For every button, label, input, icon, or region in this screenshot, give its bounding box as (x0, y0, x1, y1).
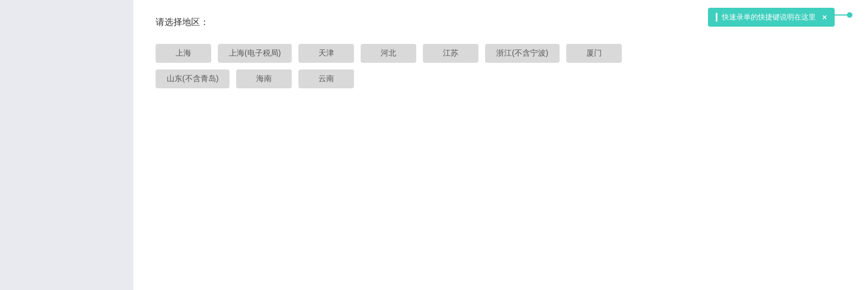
region-btn-hebei[interactable]: 河北 (361, 44, 416, 63)
region-btn-hainan[interactable]: 海南 (236, 69, 292, 88)
tooltip-close-button[interactable]: × (822, 13, 827, 22)
region-btn-shandong[interactable]: 山东(不含青岛) (156, 69, 230, 88)
region-btn-yunnan[interactable]: 云南 (298, 69, 354, 88)
region-btn-shanghai[interactable]: 上海 (156, 44, 211, 63)
connector-dot (847, 12, 852, 18)
sidebar (0, 0, 133, 290)
region-btn-jiangsu[interactable]: 江苏 (423, 44, 478, 63)
region-btn-xiamen[interactable]: 厦门 (566, 44, 622, 63)
region-buttons-row-2: 山东(不含青岛)海南云南 (156, 69, 846, 88)
region-btn-shanghai-etax[interactable]: 上海(电子税局) (218, 44, 292, 63)
tooltip-text: 快速录单的快捷键说明在这里 (722, 12, 816, 22)
region-btn-tianjin[interactable]: 天津 (298, 44, 354, 63)
main-content: 请选择地区： 上海上海(电子税局)天津河北江苏浙江(不含宁波)厦门 山东(不含青… (133, 0, 868, 290)
region-btn-zhejiang[interactable]: 浙江(不含宁波) (485, 44, 559, 63)
bar-accent (716, 13, 717, 22)
tooltip-bar: 快速录单的快捷键说明在这里 × (708, 8, 835, 27)
region-buttons-row-1: 上海上海(电子税局)天津河北江苏浙江(不含宁波)厦门 (156, 44, 846, 63)
